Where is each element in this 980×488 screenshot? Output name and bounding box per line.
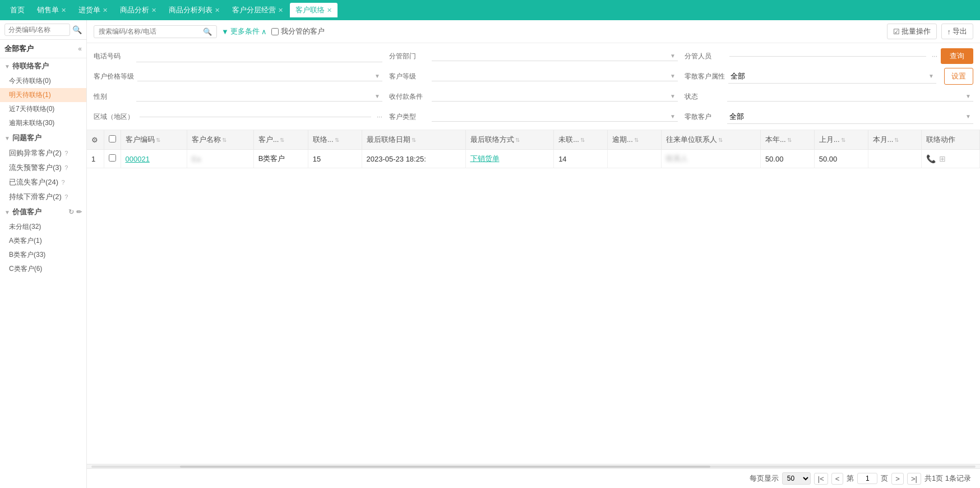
- nav-customer-contact-close[interactable]: ✕: [327, 7, 332, 13]
- export-btn[interactable]: ↑ 导出: [941, 24, 974, 39]
- gender-row: 性别 ▼: [94, 88, 382, 105]
- batch-operation-btn[interactable]: ☑ 批量操作: [887, 24, 937, 39]
- next-page-btn[interactable]: >: [891, 473, 904, 485]
- filter-search-input[interactable]: [99, 27, 201, 35]
- nav-purchase[interactable]: 进货单✕: [73, 3, 113, 17]
- person-dots[interactable]: ···: [932, 52, 937, 60]
- status-select[interactable]: ▼: [727, 91, 973, 102]
- sidebar-group-value[interactable]: ▼ 价值客户 ↻ ✏: [0, 204, 86, 220]
- nav-purchase-close[interactable]: ✕: [103, 7, 108, 13]
- my-customers-checkbox[interactable]: [271, 28, 279, 35]
- person-row: 分管人员 ··· 查询: [685, 48, 973, 65]
- sidebar-all-customers[interactable]: 全部客户 «: [0, 40, 86, 58]
- action-phone-icon[interactable]: 📞: [926, 154, 936, 163]
- col-this-year: 本年...⇅: [760, 130, 814, 150]
- sidebar-search-input[interactable]: [4, 24, 70, 36]
- customer-level-arrow: ▼: [670, 73, 676, 79]
- first-page-btn[interactable]: |<: [814, 473, 828, 485]
- question-icon-4: ?: [64, 194, 68, 200]
- retail-select[interactable]: 全部 ▼: [727, 110, 973, 124]
- row-contact-count: 15: [308, 150, 362, 168]
- my-customers-checkbox-label[interactable]: 我分管的客户: [271, 26, 325, 36]
- customer-type-select[interactable]: ▼: [432, 112, 678, 122]
- prev-page-btn[interactable]: <: [831, 473, 844, 485]
- row-seq: 1: [87, 150, 104, 168]
- page-suffix: 页: [881, 473, 888, 484]
- sidebar-group-pending-arrow: ▼: [4, 63, 10, 70]
- row-code[interactable]: 000021: [121, 150, 187, 168]
- export-icon: ↑: [947, 27, 951, 36]
- per-page-select[interactable]: 50 100 200: [782, 472, 811, 485]
- gender-arrow: ▼: [375, 93, 380, 99]
- payment-select[interactable]: ▼: [432, 91, 678, 102]
- customer-type-label: 客户类型: [389, 112, 428, 122]
- action-icons: 📞 ⊞: [926, 154, 975, 163]
- horizontal-scrollbar[interactable]: [87, 464, 980, 468]
- filter-more-btn[interactable]: ▼ 更多条件 ∧: [221, 26, 267, 36]
- last-page-btn[interactable]: >|: [907, 473, 921, 485]
- value-refresh-icon[interactable]: ↻: [68, 208, 74, 216]
- sidebar-item-week[interactable]: 近7天待联络(0): [0, 102, 86, 116]
- nav-analysis-list-close[interactable]: ✕: [215, 7, 220, 13]
- sidebar-item-churn-warning[interactable]: 流失预警客户(3) ?: [0, 160, 86, 175]
- content-area: 🔍 ▼ 更多条件 ∧ 我分管的客户 ☑ 批量操作 ↑ 导出: [87, 20, 980, 488]
- col-type: 客户...⇅: [253, 130, 308, 150]
- nav-customer-tier[interactable]: 客户分层经营✕: [226, 3, 289, 17]
- sidebar-group-problem[interactable]: ▼ 问题客户: [0, 130, 86, 146]
- phone-input[interactable]: [136, 50, 382, 62]
- nav-sales-close[interactable]: ✕: [61, 7, 66, 13]
- sidebar-item-ungrouped[interactable]: 未分组(32): [0, 220, 86, 234]
- value-edit-icon[interactable]: ✏: [76, 208, 82, 216]
- table-area: ⚙ 客户编码⇅ 客户名称⇅ 客户...⇅ 联络...⇅ 最后联络日期⇅ 最后联络…: [87, 130, 980, 464]
- sidebar-group-pending[interactable]: ▼ 待联络客户: [0, 58, 86, 74]
- sidebar-search-icon[interactable]: 🔍: [72, 25, 82, 34]
- filter-actions: ☑ 批量操作 ↑ 导出: [887, 24, 974, 39]
- sidebar-item-repurchase[interactable]: 回购异常客户(2) ?: [0, 146, 86, 160]
- sidebar-item-b-class[interactable]: B类客户(33): [0, 248, 86, 262]
- status-label: 状态: [685, 92, 724, 102]
- customer-level-row: 客户等级 ▼: [389, 68, 678, 85]
- table-body: 1 000021 Ea B类客户 15 2023-05-23 18:25: 下销…: [87, 150, 980, 168]
- region-dots[interactable]: ···: [377, 113, 382, 121]
- nav-sales[interactable]: 销售单✕: [31, 3, 72, 17]
- gender-select[interactable]: ▼: [136, 91, 382, 102]
- row-name: Ea: [187, 150, 254, 168]
- value-level-label: 客户价格等级: [94, 72, 134, 81]
- sidebar-collapse-icon[interactable]: «: [78, 45, 82, 53]
- filter-bar: 🔍 ▼ 更多条件 ∧ 我分管的客户 ☑ 批量操作 ↑ 导出: [87, 20, 980, 43]
- dept-select[interactable]: ▼: [432, 51, 678, 61]
- filter-search-box[interactable]: 🔍: [94, 25, 217, 38]
- nav-customer-tier-close[interactable]: ✕: [278, 7, 283, 13]
- sidebar-item-tomorrow[interactable]: 明天待联络(1): [0, 88, 86, 102]
- col-last-month: 上月...⇅: [814, 130, 868, 150]
- sidebar-item-declining[interactable]: 持续下滑客户(2) ?: [0, 190, 86, 204]
- sidebar-item-overdue[interactable]: 逾期未联络(30): [0, 116, 86, 130]
- sidebar-item-today[interactable]: 今天待联络(0): [0, 74, 86, 88]
- row-overdue: [607, 150, 661, 168]
- checkbox-icon: ☑: [893, 27, 900, 36]
- sidebar-item-c-class[interactable]: C类客户(6): [0, 262, 86, 276]
- row-last-method[interactable]: 下销货单: [465, 150, 554, 168]
- nav-analysis-close[interactable]: ✕: [151, 7, 156, 13]
- customer-level-select[interactable]: ▼: [432, 71, 678, 81]
- question-icon-1: ?: [64, 150, 68, 156]
- action-grid-icon[interactable]: ⊞: [939, 154, 946, 163]
- nav-customer-contact[interactable]: 客户联络✕: [290, 3, 338, 17]
- query-btn[interactable]: 查询: [941, 48, 973, 64]
- row-last-date: 2023-05-23 18:25:: [362, 150, 465, 168]
- customer-level-label: 客户等级: [389, 72, 428, 81]
- nav-home[interactable]: 首页: [4, 3, 30, 17]
- row-not-contacted: 14: [554, 150, 608, 168]
- sidebar-item-a-class[interactable]: A类客户(1): [0, 234, 86, 248]
- scrollbar-track: [91, 466, 976, 468]
- nav-analysis-list[interactable]: 商品分析列表✕: [163, 3, 225, 17]
- row-checkbox[interactable]: [109, 154, 116, 162]
- page-input[interactable]: [857, 473, 877, 484]
- select-all-checkbox[interactable]: [109, 135, 116, 142]
- setting-btn[interactable]: 设置: [944, 68, 973, 85]
- sidebar-item-churned[interactable]: 已流失客户(24) ?: [0, 175, 86, 190]
- retail-attr-select[interactable]: 全部 ▼: [728, 70, 936, 84]
- nav-analysis[interactable]: 商品分析✕: [114, 3, 162, 17]
- phone-label: 电话号码: [94, 52, 133, 61]
- value-level-select[interactable]: ▼: [137, 71, 382, 81]
